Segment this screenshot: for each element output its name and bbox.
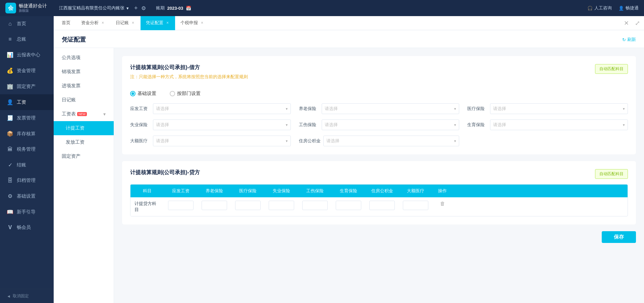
select-gjj[interactable]: 请选择 ▾	[323, 136, 460, 146]
input-daem[interactable]	[403, 201, 428, 210]
chevron-down-icon: ▾	[454, 139, 456, 143]
debit-auto-match-btn[interactable]: 自动匹配科目	[595, 64, 628, 74]
left-nav-purchase-invoice[interactable]: 进项发票	[54, 79, 114, 93]
sidebar-item-invoice[interactable]: 🧾 发票管理	[0, 110, 54, 126]
tab-close-all-btn[interactable]: ✕	[623, 18, 630, 28]
cancel-fixed-btn[interactable]: ◄ 取消固定	[0, 289, 54, 303]
tab-tax-close[interactable]: ×	[200, 20, 204, 26]
tab-funds[interactable]: 资金分析 ×	[76, 16, 110, 30]
tab-voucher-close[interactable]: ×	[165, 20, 170, 26]
input-shiye[interactable]	[269, 201, 294, 210]
sidebar-item-guide[interactable]: 📖 新手引导	[0, 204, 54, 220]
credit-auto-match-btn[interactable]: 自动匹配科目	[595, 169, 628, 179]
chevron-down-icon: ▾	[454, 123, 456, 127]
select-gongshang[interactable]: 请选择 ▾	[322, 119, 460, 130]
debit-section: 计提核算规则(公司承担)-借方 注：只能选择一种方式，系统将按照您当前的选择来配…	[122, 56, 636, 154]
settings-button[interactable]: ⚙	[141, 5, 146, 11]
td-yanglao[interactable]	[198, 197, 231, 216]
sidebar-item-label: 库存核算	[17, 131, 36, 137]
sidebar-item-tax[interactable]: 🏛 税务管理	[0, 142, 54, 157]
human-service-btn[interactable]: 🎧 人工咨询	[587, 5, 612, 11]
td-yingfa[interactable]	[164, 197, 198, 216]
new-badge: NEW	[77, 112, 87, 116]
calendar-icon[interactable]: 📅	[186, 6, 191, 11]
td-delete[interactable]: 🗑	[432, 197, 452, 216]
left-nav-journal[interactable]: 日记账	[54, 93, 114, 107]
sidebar-item-archive[interactable]: 🗄 归档管理	[0, 173, 54, 188]
radio-dept[interactable]: 按部门设置	[170, 91, 201, 97]
user-menu[interactable]: 👤 畅捷通	[619, 5, 639, 11]
td-shengyu[interactable]	[332, 197, 365, 216]
left-nav-salary-table[interactable]: 工资表 NEW ▾	[54, 107, 114, 121]
label-daem: 大额医疗	[130, 138, 150, 144]
sidebar-item-vip[interactable]: V 畅会员	[0, 220, 54, 235]
left-nav-pay-salary[interactable]: 发放工资	[54, 135, 114, 149]
archive-icon: 🗄	[7, 178, 13, 184]
td-yiliao[interactable]	[231, 197, 265, 216]
top-bar: 会 畅捷通好会计 旗舰版 江西服宝精品有限责任公司内账张 ▾ + ⚙ 账期 20…	[0, 0, 644, 16]
tab-journal[interactable]: 日记账 ×	[110, 16, 141, 30]
sidebar-item-ledger[interactable]: ≡ 总账	[0, 32, 54, 47]
select-yiliao[interactable]: 请选择 ▾	[490, 103, 628, 114]
sidebar-item-close[interactable]: ✓ 结账	[0, 157, 54, 173]
headset-icon: 🎧	[587, 6, 593, 11]
tab-tax[interactable]: 个税申报 ×	[175, 16, 210, 30]
refresh-button[interactable]: ↻ 刷新	[622, 37, 636, 43]
input-yanglao[interactable]	[202, 201, 227, 210]
app-name: 畅捷通好会计	[19, 3, 47, 9]
sidebar-item-salary[interactable]: 👤 工资	[0, 94, 54, 110]
tax-icon: 🏛	[7, 146, 13, 152]
left-nav-public[interactable]: 公共选项	[54, 51, 114, 65]
tab-voucher[interactable]: 凭证配置 ×	[141, 16, 175, 30]
select-shengyu[interactable]: 请选择 ▾	[490, 119, 628, 130]
sidebar-item-inventory[interactable]: 📦 库存核算	[0, 126, 54, 142]
th-yingfa: 应发工资	[164, 185, 198, 197]
select-shiye[interactable]: 请选择 ▾	[153, 119, 291, 130]
td-daem[interactable]	[399, 197, 432, 216]
input-gongshang[interactable]	[302, 201, 328, 210]
th-shiye: 失业保险	[265, 185, 298, 197]
tab-maximize-btn[interactable]: ⤢	[634, 18, 641, 28]
main-panel: 计提核算规则(公司承担)-借方 注：只能选择一种方式，系统将按照您当前的选择来配…	[114, 48, 644, 303]
sidebar-item-label: 发票管理	[17, 115, 36, 121]
form-row-shengyu: 生育保险 请选择 ▾	[467, 119, 628, 130]
sidebar-item-reports[interactable]: 📊 云报表中心	[0, 47, 54, 63]
select-yanglao[interactable]: 请选择 ▾	[322, 103, 460, 114]
logo-icon: 会	[5, 3, 16, 13]
company-selector[interactable]: 江西服宝精品有限责任公司内账张 ▾	[59, 5, 129, 11]
debit-section-header: 计提核算规则(公司承担)-借方 注：只能选择一种方式，系统将按照您当前的选择来配…	[130, 64, 628, 85]
select-yingfa[interactable]: 请选择 ▾	[153, 103, 291, 114]
sidebar-item-assets[interactable]: 🏢 固定资产	[0, 79, 54, 94]
gear-icon: ⚙	[141, 5, 146, 11]
sidebar-item-funds[interactable]: 💰 资金管理	[0, 63, 54, 79]
input-gjj[interactable]	[369, 201, 395, 210]
left-nav-fixed-assets[interactable]: 固定资产	[54, 149, 114, 163]
add-button[interactable]: +	[134, 5, 138, 12]
sidebar-item-home[interactable]: ⌂ 首页	[0, 16, 54, 32]
period-area: 账期 2023-03 📅	[156, 5, 192, 11]
input-yiliao[interactable]	[235, 201, 261, 210]
vip-icon: V	[7, 224, 13, 231]
main-layout: ⌂ 首页 ≡ 总账 📊 云报表中心 💰 资金管理 🏢 固定资产 👤 工资 🧾 发…	[0, 16, 644, 303]
sidebar-item-label: 结账	[17, 162, 26, 168]
td-shiye[interactable]	[265, 197, 298, 216]
td-label: 计提贷方科目	[130, 197, 164, 216]
tab-journal-close[interactable]: ×	[131, 20, 135, 26]
left-nav-accrual[interactable]: 计提工资	[54, 121, 114, 135]
tab-home[interactable]: 首页	[56, 16, 76, 30]
left-nav-sales-invoice[interactable]: 销项发票	[54, 65, 114, 79]
sidebar: ⌂ 首页 ≡ 总账 📊 云报表中心 💰 资金管理 🏢 固定资产 👤 工资 🧾 发…	[0, 16, 54, 303]
tab-funds-close[interactable]: ×	[101, 20, 105, 26]
save-button[interactable]: 保存	[602, 231, 636, 243]
sidebar-item-settings[interactable]: ⚙ 基础设置	[0, 188, 54, 204]
input-shengyu[interactable]	[336, 201, 361, 210]
assets-icon: 🏢	[7, 83, 13, 90]
td-gjj[interactable]	[365, 197, 399, 216]
td-gongshang[interactable]	[298, 197, 332, 216]
reports-icon: 📊	[7, 52, 13, 58]
tab-tax-label: 个税申报	[180, 20, 198, 26]
radio-basic[interactable]: 基础设置	[130, 91, 156, 97]
input-yingfa[interactable]	[168, 201, 194, 210]
delete-icon[interactable]: 🗑	[440, 201, 445, 206]
select-daem[interactable]: 请选择 ▾	[153, 136, 291, 146]
